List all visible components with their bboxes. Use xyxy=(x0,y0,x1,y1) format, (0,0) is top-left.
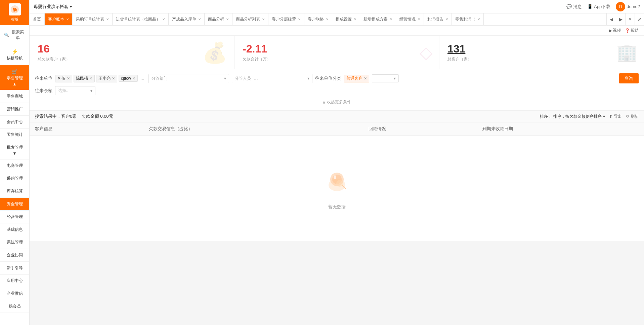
sidebar-item-new-guide[interactable]: 新手引导 xyxy=(0,262,29,275)
sidebar-item-member-center[interactable]: 会员中心 xyxy=(0,116,29,129)
person-filter-arrow: ▾ xyxy=(307,76,309,81)
dept-filter-label: 分管部门 xyxy=(152,76,168,81)
sort-select[interactable]: 排序： 排序：按欠款金额倒序排序 ▾ xyxy=(540,114,605,119)
message-button[interactable]: 💬 消息 xyxy=(566,4,582,10)
tab-customer-account-close[interactable]: ✕ xyxy=(66,17,69,21)
unit-tag-4-close[interactable]: ✕ xyxy=(132,76,135,81)
tab-customer-segmentation[interactable]: 客户分层经营 ✕ xyxy=(268,13,304,26)
sidebar-item-sys-mgmt[interactable]: 系统管理 xyxy=(0,236,29,249)
tab-customer-contact-close[interactable]: ✕ xyxy=(326,17,329,21)
tab-profit-report[interactable]: 利润报告 ✕ xyxy=(424,13,452,26)
message-label: 消息 xyxy=(573,4,582,10)
enterprise-wechat-label: 企业微信 xyxy=(7,291,23,296)
sys-mgmt-label: 系统管理 xyxy=(7,240,23,245)
video-help-button[interactable]: ▶ 视频 xyxy=(609,28,621,33)
tab-product-analysis[interactable]: 商品分析 ✕ xyxy=(205,13,232,26)
tab-retail-profit[interactable]: 零售利润（ ✕ xyxy=(452,13,484,26)
sidebar-item-quick-nav[interactable]: ⚡ 快捷导航 xyxy=(0,45,29,65)
collapse-icon: ∧ xyxy=(323,100,326,105)
filter-area: 往来单位 ✕ 伍 ✕ 陈民强 ✕ 王小亮 ✕ xyxy=(30,69,644,111)
svg-text:畅: 畅 xyxy=(13,7,17,12)
tab-customer-contact[interactable]: 客户联络 ✕ xyxy=(304,13,332,26)
sidebar-item-retail-mgmt[interactable]: 🛒 零售管理 ▲ xyxy=(0,65,29,90)
unit-class-tag-1-close[interactable]: ✕ xyxy=(364,76,367,81)
sidebar-item-wholesale-mgmt[interactable]: 批发管理 ▼ xyxy=(0,141,29,159)
result-info: 搜索结果中，客户0家 欠款金额 0.00元 xyxy=(35,113,113,119)
tab-customer-segmentation-close[interactable]: ✕ xyxy=(298,17,301,21)
operations-label: 经营管理 xyxy=(7,214,23,220)
dept-filter-select[interactable]: 分管部门 ▾ xyxy=(148,74,229,83)
app-download-button[interactable]: 📱 App下载 xyxy=(587,4,610,10)
tab-product-analysis-list[interactable]: 商品分析列表 ✕ xyxy=(232,13,268,26)
search-menu-button[interactable]: 🔍 搜索菜单 xyxy=(3,28,27,42)
tab-product-inbound[interactable]: 产成品入库单 ✕ xyxy=(169,13,205,26)
tab-operations-status[interactable]: 经营情况 ✕ xyxy=(396,13,424,26)
overdue-customers-value: 16 xyxy=(38,42,50,55)
tab-product-analysis-close[interactable]: ✕ xyxy=(226,17,229,21)
tab-customer-account[interactable]: 客户账本 ✕ xyxy=(45,13,73,26)
logo-icon: 畅 xyxy=(9,3,21,15)
tab-prev-button[interactable]: ◀ xyxy=(606,13,616,26)
export-button[interactable]: ⬆ 导出 xyxy=(609,114,622,119)
person-filter-select[interactable]: 分管人员 ... ▾ xyxy=(232,74,312,83)
tab-purchase-stats-by-product[interactable]: 进货单统计表（按商品） ✕ xyxy=(113,13,169,26)
tab-purchase-order-stats[interactable]: 采购订单统计表 ✕ xyxy=(73,13,113,26)
sidebar-item-enterprise-coop[interactable]: 企业协同 xyxy=(0,249,29,262)
sidebar-item-app-center[interactable]: 应用中心 xyxy=(0,275,29,287)
collapse-button[interactable]: ∧ 收起更多条件 xyxy=(323,99,351,105)
user-profile[interactable]: D demo2 xyxy=(616,2,640,11)
tab-new-improvement-plan-close[interactable]: ✕ xyxy=(390,17,392,21)
sidebar-item-operations[interactable]: 经营管理 xyxy=(0,211,29,223)
sidebar-item-retail-stats[interactable]: 零售统计 xyxy=(0,129,29,141)
tab-improve-settings[interactable]: 提成设置 ✕ xyxy=(332,13,360,26)
collapse-label: 收起更多条件 xyxy=(327,99,351,105)
tab-purchase-stats-close[interactable]: ✕ xyxy=(162,17,165,21)
tab-profit-report-close[interactable]: ✕ xyxy=(445,17,448,21)
app-center-label: 应用中心 xyxy=(7,278,23,284)
tab-next-button[interactable]: ▶ xyxy=(616,13,625,26)
tab-improve-settings-label: 提成设置 xyxy=(336,16,352,22)
result-bar: 搜索结果中，客户0家 欠款金额 0.00元 排序： 排序：按欠款金额倒序排序 ▾… xyxy=(30,111,644,122)
tab-product-inbound-close[interactable]: ✕ xyxy=(198,17,201,21)
tab-new-improvement-plan[interactable]: 新增提成方案 ✕ xyxy=(360,13,396,26)
balance-filter-select[interactable]: 选择... ▾ xyxy=(55,86,95,95)
tab-purchase-order-stats-close[interactable]: ✕ xyxy=(106,17,109,21)
person-filter-clear[interactable]: ... xyxy=(254,75,258,81)
member-label: 畅会员 xyxy=(9,303,21,309)
sidebar-item-retail-mall[interactable]: 零售商城 xyxy=(0,90,29,103)
tab-close-all-button[interactable]: ✕ xyxy=(625,13,635,26)
org-selector[interactable]: 母婴行业演示帐套 ▾ xyxy=(34,4,72,10)
tab-improve-settings-close[interactable]: ✕ xyxy=(354,17,356,21)
unit-tag-2: 陈民强 ✕ xyxy=(74,75,95,82)
tab-product-analysis-list-label: 商品分析列表 xyxy=(236,16,260,22)
org-name: 母婴行业演示帐套 xyxy=(34,4,69,10)
sidebar-item-basic-info[interactable]: 基础信息 xyxy=(0,223,29,236)
sidebar-item-finance[interactable]: 资金管理 xyxy=(0,198,29,211)
sidebar-item-ecommerce[interactable]: 电商管理 xyxy=(0,159,29,172)
sort-label: 排序： xyxy=(540,114,552,119)
tab-maximize-button[interactable]: ⤢ xyxy=(635,13,644,26)
unit-tag-1-close[interactable]: ✕ xyxy=(67,76,70,81)
org-selector-arrow: ▾ xyxy=(70,4,72,9)
unit-tags-more[interactable]: ... xyxy=(139,75,146,82)
empty-state: 暂无数据 xyxy=(35,140,639,237)
sidebar-item-enterprise-wechat[interactable]: 企业微信 xyxy=(0,287,29,300)
tab-bar: 首页 客户账本 ✕ 采购订单统计表 ✕ 进货单统计表（按商品） ✕ 产成品入库单… xyxy=(30,13,644,26)
sidebar-item-purchase[interactable]: 采购管理 xyxy=(0,172,29,185)
refresh-button[interactable]: ↻ 刷新 xyxy=(626,114,639,119)
sidebar-item-inventory[interactable]: 库存核算 xyxy=(0,185,29,198)
tab-operations-status-close[interactable]: ✕ xyxy=(418,17,420,21)
unit-tag-3-close[interactable]: ✕ xyxy=(112,76,115,81)
tab-retail-profit-close[interactable]: ✕ xyxy=(477,17,480,21)
new-guide-label: 新手引导 xyxy=(7,265,23,271)
tab-home[interactable]: 首页 xyxy=(30,13,45,26)
unit-class-filter-select[interactable]: ▾ xyxy=(372,74,399,82)
unit-tag-2-close[interactable]: ✕ xyxy=(89,76,92,81)
data-table: 客户信息 欠款交易信息（占比） 回款情况 到期未收款日期 xyxy=(30,122,644,241)
tab-product-analysis-list-close[interactable]: ✕ xyxy=(262,17,265,21)
sidebar-item-member[interactable]: 畅会员 xyxy=(0,300,29,313)
sidebar-item-marketing[interactable]: 营销推广 xyxy=(0,103,29,116)
help-button[interactable]: ❓ 帮助 xyxy=(625,28,639,33)
query-button[interactable]: 查询 xyxy=(619,73,639,83)
balance-filter-arrow: ▾ xyxy=(90,88,92,93)
